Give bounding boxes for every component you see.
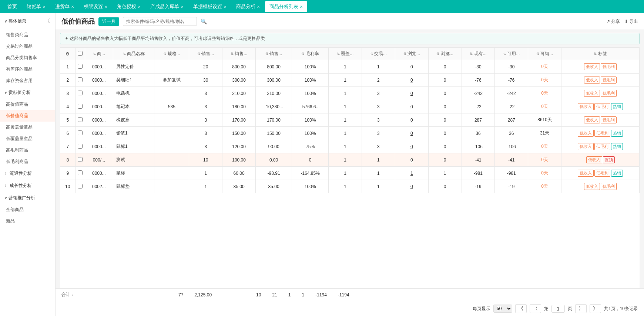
row-checkbox-cell[interactable]	[75, 100, 85, 113]
views-link[interactable]: 0	[410, 104, 413, 109]
nav-product-analysis[interactable]: 商品分析 ✕	[232, 1, 264, 12]
close-icon[interactable]: ✕	[71, 5, 74, 9]
views1[interactable]: 0	[395, 87, 428, 100]
sales-qty-column-header[interactable]: ⇅ 销售...	[189, 48, 222, 60]
select-all-checkbox[interactable]	[78, 51, 83, 56]
row-checkbox[interactable]	[78, 184, 83, 188]
views-link[interactable]: 0	[410, 157, 413, 163]
sales-amount-column-header[interactable]: ⇅ 销售...	[222, 48, 256, 60]
product-name[interactable]: 鼠标垫	[113, 180, 154, 193]
nav-template-settings[interactable]: 单据模板设置 ✕	[189, 1, 231, 12]
tags-column-header[interactable]: ⇅ 标签	[561, 48, 640, 60]
current-column-header[interactable]: ⇅ 现有...	[462, 48, 495, 60]
views1[interactable]: 0	[395, 100, 428, 113]
search-input[interactable]	[123, 17, 197, 26]
views1[interactable]: 0	[395, 74, 428, 87]
views1[interactable]: 0	[395, 180, 428, 193]
gross-margin-column-header[interactable]: ⇅ 毛利率	[292, 48, 329, 60]
nav-home[interactable]: 首页	[3, 1, 21, 12]
sidebar-item-traded-products[interactable]: 交易过的商品	[0, 41, 55, 52]
spec-column-header[interactable]: ⇅ 规格...	[154, 48, 189, 60]
product-name[interactable]: 属性定价	[113, 60, 154, 74]
sidebar-item-new-products[interactable]: 新品	[0, 215, 55, 227]
sidebar-item-inventory-products[interactable]: 有库序的商品	[0, 64, 55, 75]
views-link[interactable]: 0	[410, 144, 413, 149]
product-name[interactable]: 测试	[113, 153, 154, 167]
row-checkbox-cell[interactable]	[75, 127, 85, 140]
available-column-header[interactable]: ⇅ 可用...	[495, 48, 528, 60]
settings-column-header[interactable]: ⚙	[60, 48, 76, 60]
search-icon[interactable]: 🔍	[201, 18, 207, 24]
sidebar-item-inventory-capital[interactable]: 库存资金占用	[0, 75, 55, 86]
sidebar-section-contribution[interactable]: ∨ 贡献值分析	[0, 86, 55, 99]
sidebar-section-marketing[interactable]: ∨ 营销推广分析	[0, 192, 55, 204]
export-button[interactable]: ⬇ 导出	[624, 18, 638, 25]
row-checkbox-cell[interactable]	[75, 140, 85, 153]
views2-column-header[interactable]: ⇅ 浏览...	[428, 48, 462, 60]
close-icon[interactable]: ✕	[300, 5, 303, 9]
prev-page-button[interactable]: 〈	[530, 304, 541, 313]
views1[interactable]: 1	[395, 167, 428, 180]
nav-role-auth[interactable]: 角色授权 ✕	[113, 1, 145, 12]
nav-purchase-order[interactable]: 进货单 ✕	[51, 1, 78, 12]
close-icon[interactable]: ✕	[224, 5, 227, 9]
row-checkbox-cell[interactable]	[75, 180, 85, 193]
row-checkbox-cell[interactable]	[75, 167, 85, 180]
sidebar-item-high-value[interactable]: 高价值商品	[0, 99, 55, 110]
row-checkbox[interactable]	[78, 170, 83, 175]
product-name[interactable]: 笔记本	[113, 100, 154, 113]
page-number-input[interactable]	[551, 305, 565, 313]
transaction-column-header[interactable]: ⇅ 交易...	[362, 48, 395, 60]
product-name[interactable]: 橡皮擦	[113, 113, 154, 127]
views-link[interactable]: 1	[410, 171, 413, 176]
sidebar-section-growth[interactable]: 〉 成长性分析	[0, 180, 55, 192]
product-name[interactable]: 鼠标	[113, 167, 154, 180]
views-link[interactable]: 0	[410, 78, 413, 83]
row-checkbox-cell[interactable]	[75, 74, 85, 87]
product-name[interactable]: 吴细细1	[113, 74, 154, 87]
row-checkbox[interactable]	[78, 104, 83, 109]
close-icon[interactable]: ✕	[43, 5, 46, 9]
nav-sales-order[interactable]: 销货单 ✕	[22, 1, 50, 12]
filter-period-button[interactable]: 近一月	[98, 17, 119, 26]
sidebar-section-overall[interactable]: ∨ 整体信息	[4, 18, 26, 24]
views-link[interactable]: 0	[410, 131, 413, 136]
row-checkbox[interactable]	[78, 77, 83, 82]
views-link[interactable]: 0	[410, 118, 413, 123]
sidebar-section-circulation[interactable]: 〉 流通性分析	[0, 167, 55, 180]
sidebar-item-sales-products[interactable]: 销售类商品	[0, 29, 55, 41]
sidebar-item-all-products[interactable]: 全部商品	[0, 204, 55, 215]
close-icon[interactable]: ✕	[104, 5, 107, 9]
views-link[interactable]: 0	[410, 184, 413, 189]
row-checkbox[interactable]	[78, 91, 83, 95]
sidebar-item-category-sales-rate[interactable]: 商品分类销售率	[0, 52, 55, 64]
row-checkbox[interactable]	[78, 157, 83, 162]
views1[interactable]: 0	[395, 140, 428, 153]
row-checkbox[interactable]	[78, 117, 83, 122]
name-column-header[interactable]: ⇅ 商品名称	[113, 48, 154, 60]
row-checkbox-cell[interactable]	[75, 60, 85, 74]
code-column-header[interactable]: ⇅ 商...	[85, 48, 113, 60]
sidebar-item-low-coverage[interactable]: 低覆盖量童品	[0, 133, 55, 145]
product-name[interactable]: 铅笔1	[113, 127, 154, 140]
views1-column-header[interactable]: ⇅ 浏览...	[395, 48, 428, 60]
first-page-button[interactable]: 《	[515, 304, 527, 313]
views1[interactable]: 0	[395, 153, 428, 167]
row-checkbox-cell[interactable]	[75, 153, 85, 167]
sidebar-item-high-margin[interactable]: 高毛利商品	[0, 145, 55, 156]
nav-permission-settings[interactable]: 权限设置 ✕	[79, 1, 112, 12]
sidebar-item-low-margin[interactable]: 低毛利商品	[0, 156, 55, 167]
views1[interactable]: 0	[395, 60, 428, 74]
close-icon[interactable]: ✕	[257, 5, 260, 9]
sidebar-item-low-value[interactable]: 低价值商品	[0, 110, 55, 122]
page-size-select[interactable]: 50 100 200	[493, 305, 512, 313]
product-name[interactable]: 电话机	[113, 87, 154, 100]
close-icon[interactable]: ✕	[138, 5, 141, 9]
row-checkbox-cell[interactable]	[75, 113, 85, 127]
last-page-button[interactable]: 》	[590, 304, 601, 313]
checkbox-all-header[interactable]	[75, 48, 85, 60]
views1[interactable]: 0	[395, 113, 428, 127]
views-link[interactable]: 0	[410, 64, 413, 69]
sellable-column-header[interactable]: ⇅ 可销...	[528, 48, 561, 60]
nav-product-inbound[interactable]: 产成品入库单 ✕	[146, 1, 188, 12]
